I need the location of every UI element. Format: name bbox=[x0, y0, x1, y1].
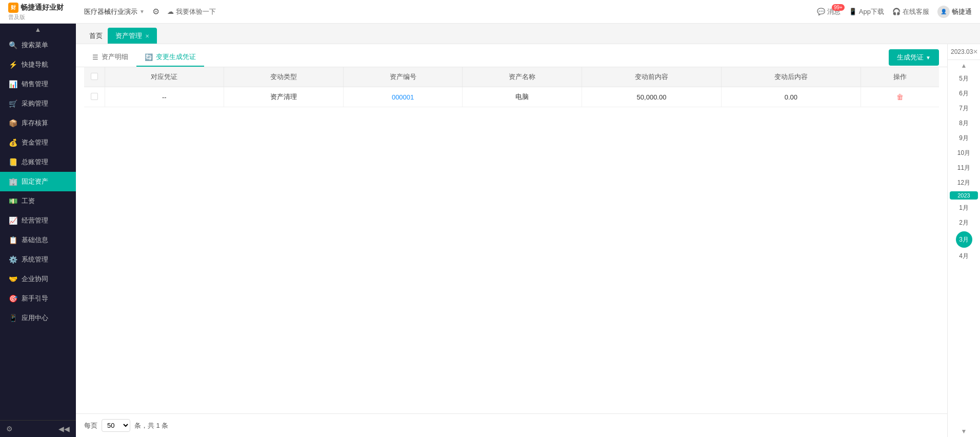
list-icon: ☰ bbox=[92, 53, 98, 61]
app-center-icon: 📱 bbox=[8, 313, 17, 323]
sidebar-item-newbie[interactable]: 🎯 新手引导 bbox=[0, 289, 76, 308]
pagination-bar: 每页 50 10 20 100 条，共 1 条 bbox=[76, 413, 947, 437]
delete-icon[interactable]: 🗑 bbox=[896, 93, 904, 101]
download-icon: 📱 bbox=[849, 8, 857, 15]
settings-icon[interactable]: ⚙ bbox=[149, 5, 163, 19]
month-11[interactable]: 11月 bbox=[948, 161, 980, 175]
cell-operation[interactable]: 🗑 bbox=[861, 87, 939, 107]
month-8[interactable]: 8月 bbox=[948, 116, 980, 131]
sidebar-item-app-center[interactable]: 📱 应用中心 bbox=[0, 308, 76, 328]
month-12[interactable]: 12月 bbox=[948, 175, 980, 190]
row-checkbox[interactable] bbox=[91, 93, 98, 100]
quick-nav-icon: ⚡ bbox=[8, 60, 17, 69]
tab-asset-management[interactable]: 资产管理 ✕ bbox=[108, 28, 157, 44]
chevron-down-icon: ▼ bbox=[139, 9, 145, 14]
collapse-icon[interactable]: ◀◀ bbox=[58, 425, 70, 433]
sidebar-item-system[interactable]: ⚙️ 系统管理 bbox=[0, 250, 76, 269]
sidebar-item-enterprise[interactable]: 🤝 企业协同 bbox=[0, 269, 76, 289]
inventory-icon: 📦 bbox=[8, 118, 17, 128]
logo: 财 畅捷通好业财 普及版 bbox=[8, 3, 84, 21]
table-header-checkbox[interactable] bbox=[84, 67, 105, 87]
logo-subtitle: 普及版 bbox=[8, 13, 25, 21]
col-before: 变动前内容 bbox=[582, 67, 722, 87]
operations-icon: 📈 bbox=[8, 216, 17, 225]
experience-button[interactable]: ☁ 我要体验一下 bbox=[167, 7, 216, 16]
app-download-button[interactable]: 📱 App下载 bbox=[849, 7, 884, 16]
calendar-scroll-up[interactable]: ▲ bbox=[948, 60, 980, 71]
header-middle: 医疗器械行业演示 ▼ ⚙ ☁ 我要体验一下 bbox=[84, 5, 817, 19]
page-size-select[interactable]: 50 10 20 100 bbox=[102, 419, 130, 432]
month-5[interactable]: 5月 bbox=[948, 71, 980, 86]
basic-info-icon: 📋 bbox=[8, 235, 17, 245]
inner-tabs: ☰ 资产明细 🔄 变更生成凭证 bbox=[84, 48, 204, 67]
sidebar-item-purchase[interactable]: 🛒 采购管理 bbox=[0, 94, 76, 113]
row-checkbox-cell[interactable] bbox=[84, 87, 105, 107]
cell-after: 0.00 bbox=[721, 87, 861, 107]
purchase-icon: 🛒 bbox=[8, 99, 17, 108]
company-selector[interactable]: 医疗器械行业演示 ▼ bbox=[84, 7, 145, 16]
sidebar-item-finance[interactable]: 💰 资金管理 bbox=[0, 133, 76, 152]
month-6[interactable]: 6月 bbox=[948, 86, 980, 101]
message-icon: 💬 bbox=[817, 8, 825, 15]
year-2023-label: 2023 bbox=[950, 191, 978, 200]
month-7[interactable]: 7月 bbox=[948, 101, 980, 116]
month-9[interactable]: 9月 bbox=[948, 131, 980, 146]
tab-change-voucher[interactable]: 🔄 变更生成凭证 bbox=[136, 48, 204, 67]
generate-voucher-button[interactable]: 生成凭证 ▼ bbox=[889, 49, 939, 66]
month-4[interactable]: 4月 bbox=[948, 249, 980, 264]
cell-asset-code: 000001 bbox=[343, 87, 463, 107]
col-asset-name: 资产名称 bbox=[463, 67, 582, 87]
payroll-icon: 💵 bbox=[8, 196, 17, 206]
sidebar-scroll-up[interactable]: ▲ bbox=[0, 24, 76, 35]
sidebar-item-ledger[interactable]: 📒 总账管理 bbox=[0, 152, 76, 172]
main-layout: ▲ 🔍 搜索菜单 ⚡ 快捷导航 📊 销售管理 🛒 采购管理 📦 库存核算 💰 资… bbox=[0, 24, 980, 437]
sidebar-item-fixed-assets[interactable]: 🏢 固定资产 bbox=[0, 172, 76, 191]
right-panel: 2023.03 ✕ ⤢ ▲ 5月 6月 7月 8月 9月 10月 11月 12月 bbox=[947, 44, 980, 437]
sales-icon: 📊 bbox=[8, 80, 17, 89]
col-voucher: 对应凭证 bbox=[105, 67, 224, 87]
month-2[interactable]: 2月 bbox=[948, 215, 980, 230]
calendar-scroll-down[interactable]: ▼ bbox=[948, 426, 980, 437]
user-section[interactable]: 👤 畅捷通 bbox=[937, 6, 972, 18]
tab-bar: 首页 资产管理 ✕ bbox=[76, 24, 980, 44]
tab-asset-detail[interactable]: ☰ 资产明细 bbox=[84, 48, 136, 67]
header-checkbox[interactable] bbox=[91, 73, 98, 80]
cell-asset-name: 电脑 bbox=[463, 87, 582, 107]
col-change-type: 变动类型 bbox=[224, 67, 344, 87]
search-icon: 🔍 bbox=[8, 41, 17, 50]
logo-icon: 财 bbox=[8, 3, 18, 13]
month-3-current[interactable]: 3月 bbox=[956, 231, 972, 248]
table-row: -- 资产清理 000001 电脑 50,000.00 0.00 🗑 bbox=[84, 87, 939, 107]
cell-voucher: -- bbox=[105, 87, 224, 107]
header-right: 💬 消息 99+ 📱 App下载 🎧 在线客服 👤 畅捷通 bbox=[817, 6, 972, 18]
sidebar-item-basic-info[interactable]: 📋 基础信息 bbox=[0, 230, 76, 250]
month-1[interactable]: 1月 bbox=[948, 201, 980, 215]
sidebar-item-sales[interactable]: 📊 销售管理 bbox=[0, 74, 76, 94]
cloud-icon: ☁ bbox=[167, 8, 174, 15]
sidebar-item-quick-nav[interactable]: ⚡ 快捷导航 bbox=[0, 55, 76, 74]
ledger-icon: 📒 bbox=[8, 157, 17, 167]
sidebar-item-payroll[interactable]: 💵 工资 bbox=[0, 191, 76, 211]
fixed-assets-icon: 🏢 bbox=[8, 177, 17, 186]
panel-close-icon[interactable]: ✕ bbox=[973, 48, 978, 55]
sidebar-item-inventory[interactable]: 📦 库存核算 bbox=[0, 113, 76, 133]
table-wrapper: 对应凭证 变动类型 资产编号 资产名称 变动前内容 变动后内容 操作 bbox=[76, 67, 947, 413]
finance-icon: 💰 bbox=[8, 138, 17, 147]
tab-home[interactable]: 首页 bbox=[84, 28, 108, 44]
sidebar-item-operations[interactable]: 📈 经营管理 bbox=[0, 211, 76, 230]
gear-icon[interactable]: ⚙ bbox=[6, 425, 13, 433]
sidebar-bottom: ⚙ ◀◀ bbox=[0, 420, 76, 437]
newbie-icon: 🎯 bbox=[8, 294, 17, 303]
col-operation: 操作 bbox=[861, 67, 939, 87]
col-after: 变动后内容 bbox=[721, 67, 861, 87]
message-badge: 99+ bbox=[832, 4, 845, 11]
month-10[interactable]: 10月 bbox=[948, 146, 980, 161]
message-button[interactable]: 💬 消息 99+ bbox=[817, 7, 841, 16]
sidebar-item-search[interactable]: 🔍 搜索菜单 bbox=[0, 35, 76, 55]
table-header-row: 对应凭证 变动类型 资产编号 资产名称 变动前内容 变动后内容 操作 bbox=[84, 67, 939, 87]
tab-close-icon[interactable]: ✕ bbox=[145, 33, 149, 39]
top-header: 财 畅捷通好业财 普及版 医疗器械行业演示 ▼ ⚙ ☁ 我要体验一下 💬 消息 … bbox=[0, 0, 980, 24]
online-service-button[interactable]: 🎧 在线客服 bbox=[892, 7, 929, 16]
voucher-icon: 🔄 bbox=[145, 53, 153, 61]
system-icon: ⚙️ bbox=[8, 255, 17, 264]
